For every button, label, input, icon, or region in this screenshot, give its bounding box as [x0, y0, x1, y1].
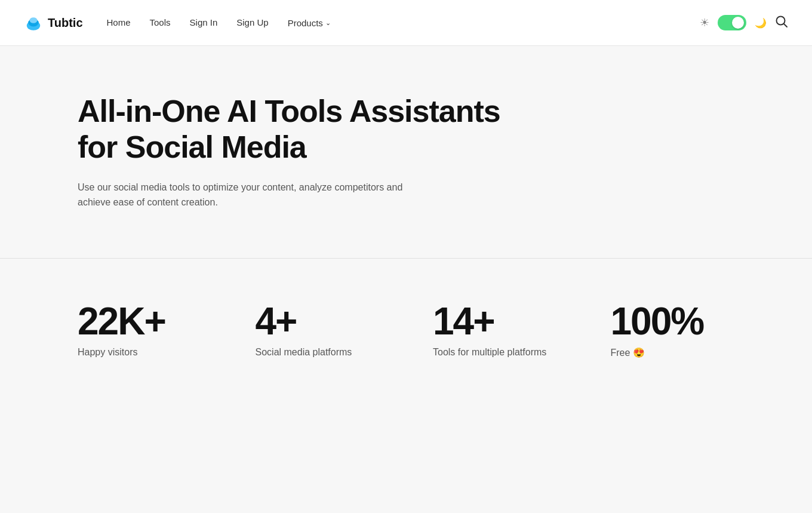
stat-label-tools: Tools for multiple platforms: [433, 347, 611, 358]
nav-links: Home Tools Sign In Sign Up Products ⌄: [107, 17, 331, 28]
chevron-down-icon: ⌄: [325, 19, 331, 27]
nav-link-tools[interactable]: Tools: [150, 17, 171, 27]
nav-item-products[interactable]: Products ⌄: [288, 18, 331, 28]
stat-item-visitors: 22K+ Happy visitors: [78, 300, 256, 358]
navbar: Tubtic Home Tools Sign In Sign Up Produc…: [0, 0, 812, 46]
stat-label-platforms: Social media platforms: [256, 347, 433, 358]
nav-link-signin[interactable]: Sign In: [190, 17, 218, 27]
stat-number-visitors: 22K+: [78, 300, 256, 342]
brand-name: Tubtic: [48, 16, 83, 30]
moon-icon[interactable]: 🌙: [755, 17, 767, 29]
brand-logo-link[interactable]: Tubtic: [24, 13, 83, 32]
nav-link-home[interactable]: Home: [107, 17, 131, 27]
svg-line-4: [784, 24, 787, 27]
stats-section: 22K+ Happy visitors 4+ Social media plat…: [0, 259, 812, 406]
stat-item-tools: 14+ Tools for multiple platforms: [433, 300, 611, 358]
stat-label-free: Free 😍: [611, 347, 789, 358]
nav-item-signup[interactable]: Sign Up: [236, 17, 268, 28]
nav-left: Tubtic Home Tools Sign In Sign Up Produc…: [24, 13, 331, 32]
stat-number-free: 100%: [611, 300, 789, 342]
stat-item-free: 100% Free 😍: [611, 300, 789, 358]
toggle-knob: [732, 17, 744, 29]
hero-title: All-in-One AI Tools Assistants for Socia…: [78, 94, 531, 165]
nav-item-signin[interactable]: Sign In: [190, 17, 218, 28]
stat-number-platforms: 4+: [256, 300, 433, 342]
hero-section: All-in-One AI Tools Assistants for Socia…: [0, 46, 812, 258]
nav-item-home[interactable]: Home: [107, 17, 131, 28]
theme-toggle[interactable]: [718, 15, 746, 30]
sun-icon[interactable]: ☀: [700, 16, 709, 29]
stat-label-visitors: Happy visitors: [78, 347, 256, 358]
stat-item-platforms: 4+ Social media platforms: [256, 300, 433, 358]
stat-number-tools: 14+: [433, 300, 611, 342]
nav-item-tools[interactable]: Tools: [150, 17, 171, 28]
nav-products-label: Products: [288, 18, 323, 28]
nav-link-signup[interactable]: Sign Up: [236, 17, 268, 27]
search-icon[interactable]: [775, 15, 788, 31]
svg-point-2: [30, 17, 38, 23]
brand-logo-icon: [24, 13, 43, 32]
hero-subtitle: Use our social media tools to optimize y…: [78, 180, 436, 210]
nav-right: ☀ 🌙: [700, 15, 788, 31]
